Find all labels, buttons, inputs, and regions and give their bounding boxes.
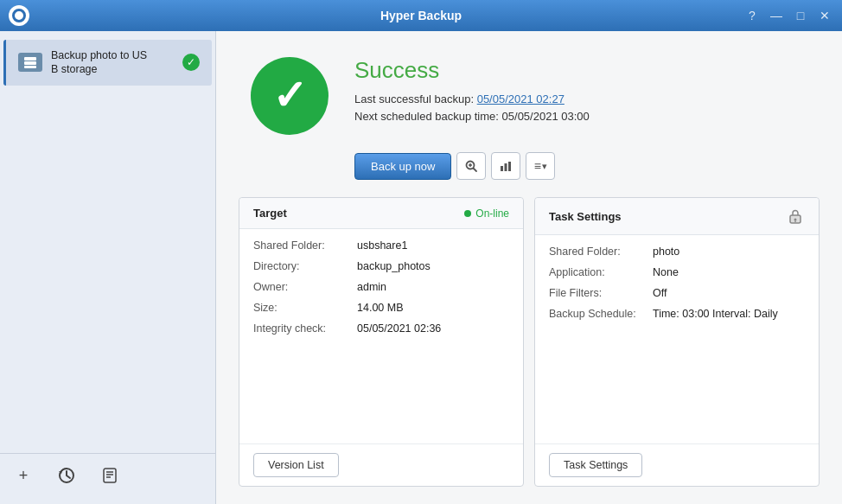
svg-rect-5: [104, 469, 116, 482]
task-panel-body: Shared Folder: photo Application: None F…: [535, 235, 819, 443]
backup-schedule-value: Time: 03:00 Interval: Daily: [653, 308, 805, 320]
task-panel-header: Task Settings: [535, 198, 819, 235]
status-title: Success: [354, 57, 807, 84]
size-label: Size:: [253, 302, 357, 314]
sidebar-item-backup-photo[interactable]: Backup photo to USB storage ✓: [3, 40, 212, 86]
task-shared-folder-value: photo: [653, 246, 805, 258]
minimize-button[interactable]: —: [768, 7, 785, 24]
table-row: Directory: backup_photos: [253, 260, 509, 272]
close-button[interactable]: ✕: [816, 7, 833, 24]
sidebar-item-status-check: ✓: [182, 54, 200, 71]
target-panel-body: Shared Folder: usbshare1 Directory: back…: [239, 229, 523, 443]
action-row: Back up now ≡ ▾: [320, 152, 842, 197]
table-row: Shared Folder: usbshare1: [253, 239, 509, 252]
last-backup-time[interactable]: 05/05/2021 02:27: [477, 93, 565, 105]
help-button[interactable]: ?: [743, 7, 761, 24]
owner-label: Owner:: [253, 281, 357, 293]
task-panel-footer: Task Settings: [535, 443, 819, 486]
app-body: Backup photo to USB storage ✓ +: [0, 31, 842, 504]
online-status-badge: On-line: [464, 207, 509, 220]
app-logo: [9, 5, 29, 26]
more-options-button[interactable]: ≡ ▾: [526, 152, 555, 180]
shared-folder-label: Shared Folder:: [253, 239, 357, 252]
log-button[interactable]: [97, 463, 123, 488]
target-panel-title: Target: [253, 207, 287, 220]
search-versions-button[interactable]: [456, 152, 486, 180]
success-icon-circle: ✓: [251, 57, 329, 135]
owner-value: admin: [357, 281, 509, 293]
shared-folder-value: usbshare1: [357, 239, 509, 252]
application-value: None: [653, 266, 805, 278]
app-title: Hyper Backup: [380, 9, 462, 22]
table-row: Integrity check: 05/05/2021 02:36: [253, 322, 509, 335]
dropdown-arrow-icon: ▾: [542, 161, 547, 172]
svg-rect-2: [24, 66, 36, 68]
integrity-check-label: Integrity check:: [253, 322, 357, 335]
next-backup-time: 05/05/2021 03:00: [502, 110, 590, 123]
table-row: Application: None: [549, 266, 805, 278]
application-label: Application:: [549, 266, 653, 278]
table-row: Owner: admin: [253, 281, 509, 293]
svg-rect-1: [24, 61, 36, 65]
directory-value: backup_photos: [357, 260, 509, 272]
status-info: Success Last successful backup: 05/05/20…: [354, 57, 807, 127]
table-row: Shared Folder: photo: [549, 246, 805, 258]
task-settings-button[interactable]: Task Settings: [549, 453, 642, 477]
size-value: 14.00 MB: [357, 302, 509, 314]
integrity-check-value: 05/05/2021 02:36: [357, 322, 509, 335]
last-backup-label: Last successful backup:: [354, 93, 474, 105]
panels-row: Target On-line Shared Folder: usbshare1 …: [216, 197, 842, 504]
svg-rect-13: [501, 166, 503, 171]
online-dot-icon: [464, 210, 471, 217]
sidebar: Backup photo to USB storage ✓ +: [0, 31, 216, 504]
svg-rect-15: [508, 162, 511, 171]
main-content: ✓ Success Last successful backup: 05/05/…: [216, 31, 842, 504]
menu-lines-icon: ≡: [534, 159, 540, 173]
database-icon: [18, 53, 42, 72]
sidebar-item-label: Backup photo to USB storage: [51, 48, 182, 77]
task-shared-folder-label: Shared Folder:: [549, 246, 653, 258]
status-section: ✓ Success Last successful backup: 05/05/…: [216, 31, 842, 152]
table-row: File Filters: Off: [549, 287, 805, 299]
table-row: Backup Schedule: Time: 03:00 Interval: D…: [549, 308, 805, 320]
maximize-button[interactable]: □: [792, 7, 809, 24]
backup-schedule-label: Backup Schedule:: [549, 308, 653, 320]
backup-history-button[interactable]: [54, 463, 80, 488]
file-filters-value: Off: [653, 287, 805, 299]
task-settings-panel: Task Settings Shared Folder: photo: [534, 197, 820, 487]
back-up-now-button[interactable]: Back up now: [354, 153, 451, 180]
statistics-button[interactable]: [491, 152, 520, 180]
svg-point-17: [794, 219, 797, 221]
window-controls: ? — □ ✕: [743, 7, 833, 24]
next-backup-label: Next scheduled backup time:: [354, 110, 499, 123]
success-checkmark: ✓: [272, 75, 307, 117]
version-list-button[interactable]: Version List: [253, 453, 339, 477]
next-backup-line: Next scheduled backup time: 05/05/2021 0…: [354, 110, 807, 123]
file-filters-label: File Filters:: [549, 287, 653, 299]
lock-icon: [786, 207, 805, 226]
target-panel-header: Target On-line: [239, 198, 523, 229]
target-panel: Target On-line Shared Folder: usbshare1 …: [239, 197, 524, 487]
svg-line-10: [474, 169, 477, 172]
svg-rect-0: [24, 57, 36, 61]
table-row: Size: 14.00 MB: [253, 302, 509, 314]
task-panel-title: Task Settings: [549, 210, 622, 223]
add-backup-button[interactable]: +: [10, 463, 36, 488]
svg-rect-14: [505, 163, 507, 171]
online-status-label: On-line: [475, 207, 509, 220]
sidebar-footer: +: [0, 453, 215, 497]
directory-label: Directory:: [253, 260, 357, 272]
titlebar: Hyper Backup ? — □ ✕: [0, 0, 842, 31]
last-backup-line: Last successful backup: 05/05/2021 02:27: [354, 93, 807, 105]
target-panel-footer: Version List: [239, 443, 523, 486]
